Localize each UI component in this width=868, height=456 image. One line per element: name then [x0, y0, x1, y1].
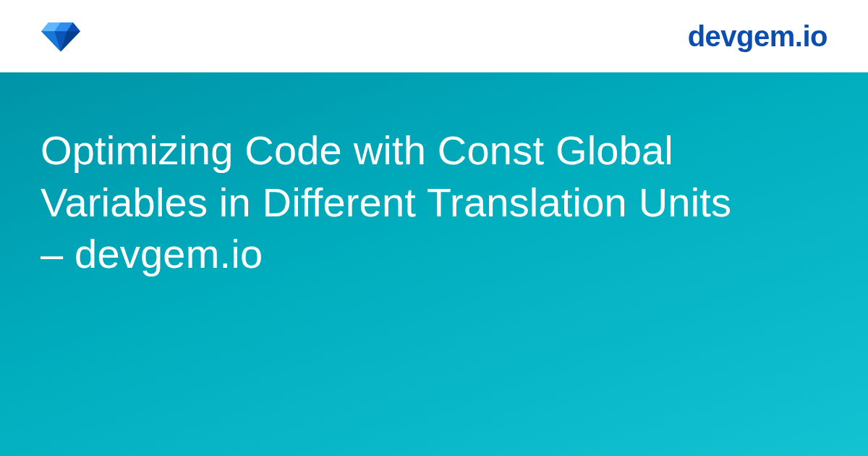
gem-icon	[41, 19, 81, 54]
social-card: devgem.io Optimizing Code with Const Glo…	[0, 0, 868, 456]
site-logo	[41, 19, 81, 54]
hero-panel: Optimizing Code with Const Global Variab…	[0, 72, 868, 456]
brand-wordmark: devgem.io	[688, 20, 827, 53]
header-bar: devgem.io	[0, 0, 868, 72]
page-title: Optimizing Code with Const Global Variab…	[41, 124, 764, 280]
